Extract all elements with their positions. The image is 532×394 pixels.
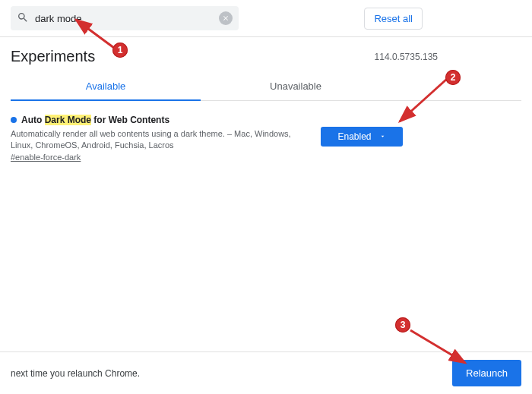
bottom-bar: next time you relaunch Chrome. Relaunch — [0, 351, 532, 394]
version-label: 114.0.5735.135 — [375, 52, 438, 62]
flag-info: Auto Dark Mode for Web Contents Automati… — [11, 115, 299, 162]
flag-title: Auto Dark Mode for Web Contents — [21, 115, 169, 125]
tab-unavailable[interactable]: Unavailable — [201, 73, 391, 100]
annotation-badge-3: 3 — [395, 317, 410, 333]
dropdown-value: Enabled — [337, 131, 371, 142]
modified-dot-icon — [11, 117, 17, 123]
flag-description: Automatically render all web contents us… — [11, 128, 299, 151]
tab-available[interactable]: Available — [11, 73, 201, 101]
search-icon — [17, 11, 29, 26]
search-input[interactable] — [29, 13, 219, 24]
reset-all-button[interactable]: Reset all — [364, 8, 423, 30]
flag-state-dropdown[interactable]: Enabled — [321, 127, 403, 147]
page-title: Experiments — [11, 48, 95, 65]
tabs: Available Unavailable — [11, 73, 521, 101]
relaunch-button[interactable]: Relaunch — [452, 360, 521, 386]
top-bar: Reset all — [0, 0, 532, 36]
restart-message: next time you relaunch Chrome. — [11, 368, 140, 379]
chevron-down-icon — [379, 131, 386, 142]
clear-search-icon[interactable] — [219, 11, 233, 25]
header: Experiments 114.0.5735.135 — [0, 37, 532, 73]
flag-hash-link[interactable]: #enable-force-dark — [11, 153, 81, 162]
flag-row: Auto Dark Mode for Web Contents Automati… — [0, 101, 532, 162]
search-box[interactable] — [11, 6, 239, 30]
